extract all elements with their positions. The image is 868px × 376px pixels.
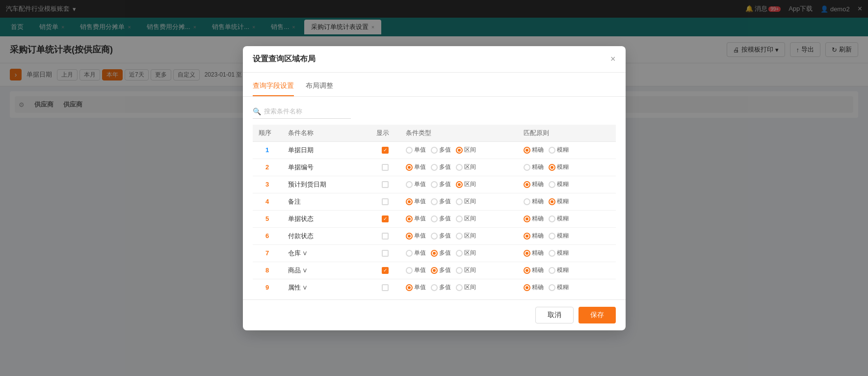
type-radio-option[interactable]: 单值 [406, 146, 426, 154]
display-checkbox[interactable] [382, 198, 389, 205]
type-radio-option[interactable]: 区间 [456, 163, 476, 171]
type-radio-option[interactable]: 单值 [406, 232, 426, 234]
row-display-checkbox [370, 193, 400, 210]
row-match-options: 精确模糊 [518, 159, 616, 176]
type-option-label: 单值 [414, 232, 426, 234]
radio-circle [456, 215, 463, 222]
match-radio-option[interactable]: 模糊 [549, 163, 569, 171]
dialog-header: 设置查询区域布局 × [243, 46, 626, 73]
type-radio-option[interactable]: 多值 [431, 180, 451, 188]
match-option-label: 精确 [532, 215, 544, 223]
type-radio-option[interactable]: 多值 [431, 197, 451, 206]
radio-circle [524, 147, 530, 154]
dialog-tab-bar: 查询字段设置 布局调整 [243, 73, 626, 97]
radio-circle [406, 164, 413, 171]
match-radio-option[interactable]: 精确 [524, 163, 544, 171]
type-option-label: 多值 [439, 197, 451, 206]
type-radio-option[interactable]: 单值 [406, 197, 426, 206]
radio-circle [406, 181, 413, 188]
condition-search-icon: 🔍 [253, 107, 261, 115]
type-radio-option[interactable]: 多值 [431, 146, 451, 154]
radio-circle [406, 198, 413, 205]
match-option-label: 模糊 [557, 163, 569, 171]
type-radio-option[interactable]: 多值 [431, 232, 451, 234]
type-option-label: 多值 [439, 215, 451, 223]
type-option-label: 区间 [464, 215, 476, 223]
table-row: 5单据状态✓单值多值区间精确模糊 [253, 210, 616, 227]
dialog-body: 🔍 顺序 条件名称 显示 条件类型 匹配原则 [243, 97, 626, 234]
radio-circle [524, 233, 530, 234]
display-checkbox[interactable] [382, 164, 389, 171]
row-type-options: 单值多值区间 [400, 141, 518, 159]
radio-circle [524, 198, 530, 205]
dialog-tab-layout[interactable]: 布局调整 [306, 79, 333, 96]
table-row: 3预计到货日期单值多值区间精确模糊 [253, 176, 616, 193]
match-radio-option[interactable]: 精确 [524, 180, 544, 188]
dialog-close-button[interactable]: × [610, 54, 616, 63]
match-option-label: 精确 [532, 163, 544, 171]
row-order: 6 [253, 227, 282, 234]
type-option-label: 单值 [414, 197, 426, 206]
table-row: 2单据编号单值多值区间精确模糊 [253, 159, 616, 176]
match-radio-option[interactable]: 精确 [524, 146, 544, 154]
type-radio-option[interactable]: 多值 [431, 163, 451, 171]
match-radio-option[interactable]: 模糊 [549, 215, 569, 223]
th-type: 条件类型 [400, 125, 518, 142]
match-radio-option[interactable]: 精确 [524, 232, 544, 234]
radio-circle [549, 147, 555, 154]
match-option-label: 模糊 [557, 146, 569, 154]
table-row: 4备注单值多值区间精确模糊 [253, 193, 616, 210]
match-radio-option[interactable]: 精确 [524, 197, 544, 206]
display-checkbox[interactable] [382, 181, 389, 188]
table-header-row: 顺序 条件名称 显示 条件类型 匹配原则 [253, 125, 616, 142]
th-display: 显示 [370, 125, 400, 142]
display-checkbox[interactable]: ✓ [382, 215, 389, 222]
match-radio-option[interactable]: 模糊 [549, 146, 569, 154]
match-radio-option[interactable]: 模糊 [549, 180, 569, 188]
row-match-options: 精确模糊 [518, 227, 616, 234]
type-option-label: 区间 [464, 197, 476, 206]
type-option-label: 区间 [464, 163, 476, 171]
radio-circle [431, 198, 438, 205]
type-radio-option[interactable]: 区间 [456, 215, 476, 223]
match-radio-option[interactable]: 精确 [524, 215, 544, 223]
radio-circle [406, 147, 413, 154]
th-order: 顺序 [253, 125, 282, 142]
type-radio-option[interactable]: 区间 [456, 232, 476, 234]
radio-circle [549, 215, 555, 222]
row-display-checkbox: ✓ [370, 141, 400, 159]
type-radio-option[interactable]: 区间 [456, 146, 476, 154]
match-option-label: 模糊 [557, 232, 569, 234]
radio-circle [456, 164, 463, 171]
match-option-label: 模糊 [557, 197, 569, 206]
dialog-tab-fields-label: 查询字段设置 [253, 81, 294, 89]
radio-circle [456, 198, 463, 205]
type-radio-option[interactable]: 单值 [406, 180, 426, 188]
radio-circle [431, 181, 438, 188]
type-radio-option[interactable]: 单值 [406, 163, 426, 171]
condition-search-input[interactable] [264, 107, 351, 115]
type-radio-option[interactable]: 区间 [456, 180, 476, 188]
row-condition-name: 备注 [282, 193, 370, 210]
radio-circle [524, 181, 530, 188]
order-number: 2 [265, 163, 269, 171]
dialog-tab-fields[interactable]: 查询字段设置 [253, 79, 294, 96]
row-type-options: 单值多值区间 [400, 176, 518, 193]
radio-circle [549, 164, 555, 171]
display-checkbox[interactable]: ✓ [382, 147, 389, 154]
type-radio-option[interactable]: 区间 [456, 197, 476, 206]
row-order: 4 [253, 193, 282, 210]
row-order: 5 [253, 210, 282, 227]
type-option-label: 单值 [414, 146, 426, 154]
row-match-options: 精确模糊 [518, 141, 616, 159]
match-option-label: 精确 [532, 197, 544, 206]
type-radio-option[interactable]: 单值 [406, 215, 426, 223]
match-option-label: 模糊 [557, 215, 569, 223]
match-radio-option[interactable]: 模糊 [549, 232, 569, 234]
match-radio-option[interactable]: 模糊 [549, 197, 569, 206]
row-display-checkbox: ✓ [370, 210, 400, 227]
display-checkbox[interactable] [382, 233, 389, 234]
order-number: 3 [265, 181, 269, 188]
radio-circle [431, 147, 438, 154]
type-radio-option[interactable]: 多值 [431, 215, 451, 223]
